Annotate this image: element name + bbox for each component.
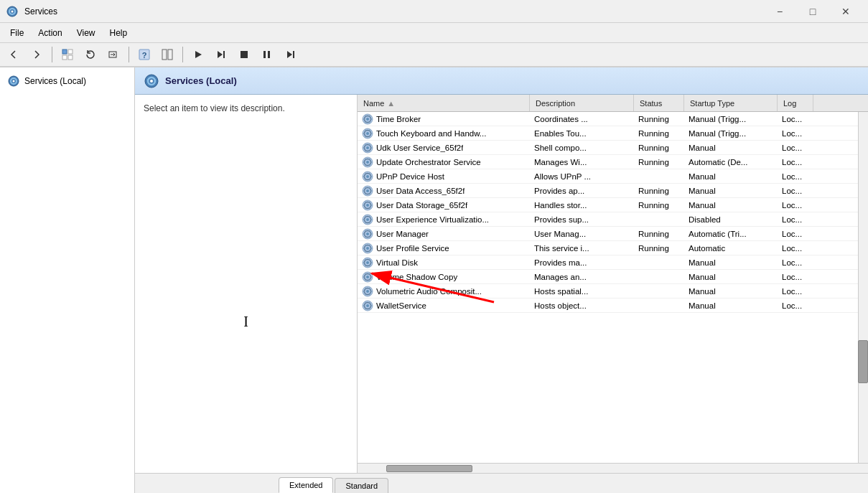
svg-rect-5 bbox=[62, 55, 67, 60]
svg-text:?: ? bbox=[142, 51, 147, 60]
horizontal-scrollbar[interactable] bbox=[358, 463, 868, 473]
svg-line-120 bbox=[369, 265, 370, 266]
minimize-button[interactable]: − bbox=[763, 0, 796, 23]
svg-line-123 bbox=[365, 258, 366, 260]
svg-line-147 bbox=[369, 308, 370, 309]
table-row[interactable]: UPnP Device Host Allows UPnP ... Manual … bbox=[358, 169, 868, 184]
cell-service-logon: Loc... bbox=[778, 227, 828, 240]
svg-line-112 bbox=[365, 250, 366, 252]
cell-service-desc: Shell compo... bbox=[530, 141, 634, 154]
svg-line-51 bbox=[365, 144, 366, 145]
close-button[interactable]: ✕ bbox=[829, 0, 862, 23]
tab-standard[interactable]: Standard bbox=[335, 478, 388, 493]
svg-marker-13 bbox=[218, 51, 223, 58]
table-row[interactable]: User Manager User Manag... Running Autom… bbox=[358, 227, 868, 241]
services-local-icon bbox=[7, 75, 20, 88]
cell-service-status bbox=[634, 212, 684, 226]
svg-line-85 bbox=[365, 207, 366, 209]
title-bar: Services − □ ✕ bbox=[0, 0, 868, 23]
back-button[interactable] bbox=[3, 44, 24, 65]
tab-extended[interactable]: Extended bbox=[279, 477, 333, 493]
svg-line-79 bbox=[369, 187, 370, 188]
vertical-scrollbar-thumb[interactable] bbox=[858, 340, 868, 383]
cell-service-name: UPnP Device Host bbox=[358, 169, 530, 183]
cell-service-name: WalletService bbox=[358, 299, 530, 312]
view-toggle-button[interactable] bbox=[157, 44, 178, 65]
service-table[interactable]: Time Broker Coordinates ... Running Manu… bbox=[358, 112, 868, 463]
table-row[interactable]: Touch Keyboard and Handw... Enables Tou.… bbox=[358, 126, 868, 141]
pause-button[interactable] bbox=[256, 44, 278, 65]
svg-line-43 bbox=[369, 129, 370, 131]
svg-point-37 bbox=[366, 132, 369, 135]
svg-line-60 bbox=[365, 158, 366, 159]
table-row[interactable]: Update Orchestrator Service Manages Wi..… bbox=[358, 155, 868, 169]
cell-service-logon: Loc... bbox=[778, 126, 828, 140]
table-row[interactable]: WalletService Hosts object... Manual Loc… bbox=[358, 299, 868, 313]
sidebar-item-label: Services (Local) bbox=[24, 76, 86, 86]
step-button[interactable] bbox=[210, 44, 232, 65]
table-row[interactable]: User Data Storage_65f2f Handles stor... … bbox=[358, 198, 868, 212]
show-scope-button[interactable] bbox=[57, 44, 78, 65]
cell-service-desc: Manages Wi... bbox=[530, 155, 634, 169]
table-row[interactable]: User Experience Virtualizatio... Provide… bbox=[358, 212, 868, 227]
col-header-startup[interactable]: Startup Type bbox=[684, 95, 778, 111]
cell-service-startup: Manual bbox=[684, 141, 778, 154]
cell-service-status: Running bbox=[634, 112, 684, 126]
forward-button[interactable] bbox=[26, 44, 47, 65]
cell-service-startup: Manual (Trigg... bbox=[684, 126, 778, 140]
cell-service-name: Time Broker bbox=[358, 112, 530, 126]
cell-service-name: Update Orchestrator Service bbox=[358, 155, 530, 169]
svg-line-151 bbox=[369, 301, 370, 303]
svg-line-115 bbox=[369, 244, 370, 245]
refresh-button[interactable] bbox=[80, 44, 101, 65]
svg-line-58 bbox=[365, 164, 366, 166]
help-button[interactable]: ? bbox=[134, 44, 155, 65]
menu-action[interactable]: Action bbox=[31, 25, 69, 41]
table-row[interactable]: User Profile Service This service i... R… bbox=[358, 241, 868, 255]
cell-service-logon: Loc... bbox=[778, 299, 828, 312]
svg-line-57 bbox=[369, 164, 370, 166]
table-row[interactable]: Udk User Service_65f2f Shell compo... Ru… bbox=[358, 141, 868, 155]
cell-service-name: Volume Shadow Copy bbox=[358, 270, 530, 283]
start-button[interactable] bbox=[187, 44, 209, 65]
cell-service-logon: Loc... bbox=[778, 270, 828, 283]
col-header-name[interactable]: Name ▲ bbox=[358, 95, 530, 111]
export-button[interactable] bbox=[103, 44, 124, 65]
table-row[interactable]: Volume Shadow Copy Manages an... Manual … bbox=[358, 270, 868, 284]
cell-service-logon: Loc... bbox=[778, 155, 828, 169]
table-row[interactable]: User Data Access_65f2f Provides ap... Ru… bbox=[358, 184, 868, 198]
main-layout: Services (Local) Services (Local) Select… bbox=[0, 67, 868, 493]
svg-line-69 bbox=[365, 172, 366, 174]
col-header-desc[interactable]: Description bbox=[530, 95, 634, 111]
svg-line-141 bbox=[365, 287, 366, 288]
menu-view[interactable]: View bbox=[70, 25, 103, 41]
svg-rect-3 bbox=[62, 50, 67, 54]
menu-file[interactable]: File bbox=[3, 25, 31, 41]
col-header-logon[interactable]: Log bbox=[778, 95, 813, 111]
svg-line-148 bbox=[365, 308, 366, 309]
table-row[interactable]: Volumetric Audio Composit... Hosts spati… bbox=[358, 284, 868, 299]
svg-point-127 bbox=[366, 276, 369, 278]
svg-line-124 bbox=[369, 258, 370, 260]
col-header-status[interactable]: Status bbox=[634, 95, 684, 111]
table-row[interactable]: Time Broker Coordinates ... Running Manu… bbox=[358, 112, 868, 126]
cell-service-startup: Manual bbox=[684, 255, 778, 269]
cell-service-status bbox=[634, 284, 684, 298]
toolbar: ? bbox=[0, 43, 868, 67]
sidebar-item-services-local[interactable]: Services (Local) bbox=[3, 72, 131, 90]
svg-line-103 bbox=[365, 236, 366, 238]
h-scrollbar-thumb[interactable] bbox=[386, 465, 472, 472]
svg-point-82 bbox=[366, 204, 369, 207]
step-over-button[interactable] bbox=[279, 44, 301, 65]
vertical-scrollbar-track[interactable] bbox=[858, 112, 868, 463]
stop-button[interactable] bbox=[233, 44, 255, 65]
menu-help[interactable]: Help bbox=[103, 25, 135, 41]
app-icon bbox=[6, 5, 19, 18]
cell-service-status: Running bbox=[634, 241, 684, 255]
svg-line-139 bbox=[365, 294, 366, 295]
maximize-button[interactable]: □ bbox=[796, 0, 829, 23]
table-row[interactable]: Virtual Disk Provides ma... Manual Loc..… bbox=[358, 255, 868, 270]
svg-line-39 bbox=[369, 136, 370, 137]
cell-service-name: Touch Keyboard and Handw... bbox=[358, 126, 530, 140]
svg-line-129 bbox=[369, 279, 370, 281]
